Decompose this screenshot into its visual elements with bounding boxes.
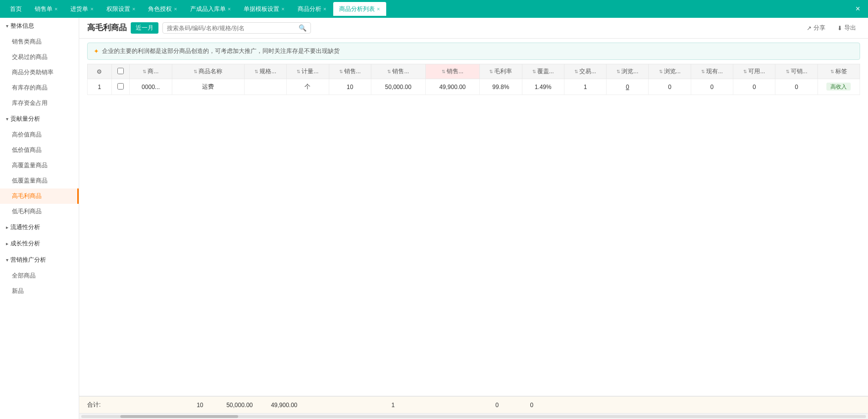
nav-tab-purchase-label: 进货单 <box>70 5 88 13</box>
views1-link[interactable]: 0 <box>626 84 629 91</box>
sidebar-group-overall[interactable]: ▾ 整体信息 <box>0 18 79 34</box>
sidebar-item-high-value[interactable]: 高价值商品 <box>0 127 79 142</box>
row-index: 1 <box>88 79 112 95</box>
sort-icon: ⇅ <box>532 69 536 74</box>
sidebar-item-high-coverage[interactable]: 高覆盖量商品 <box>0 158 79 173</box>
scrollbar-thumb[interactable] <box>120 415 238 418</box>
share-icon: ↗ <box>807 25 812 32</box>
col-gross-rate[interactable]: ⇅毛利率 <box>480 64 522 79</box>
sort-icon: ⇅ <box>297 69 301 74</box>
close-icon[interactable]: × <box>132 6 135 12</box>
close-icon[interactable]: × <box>377 6 380 12</box>
col-unit[interactable]: ⇅计量... <box>287 64 329 79</box>
footer-stock-current: 0 <box>480 402 514 409</box>
col-stock-available[interactable]: ⇅可用... <box>733 64 775 79</box>
scrollbar-track <box>81 415 866 418</box>
sidebar-group-growth[interactable]: ▸ 成长性分析 <box>0 235 79 252</box>
close-icon[interactable]: × <box>54 6 57 12</box>
sidebar-item-high-margin[interactable]: 高毛利商品 <box>0 188 79 204</box>
col-stock-current[interactable]: ⇅现有... <box>691 64 733 79</box>
nav-tab-permissions[interactable]: 权限设置 × <box>101 2 141 16</box>
col-name[interactable]: ⇅商品名称 <box>172 64 244 79</box>
sort-icon: ⇅ <box>830 69 834 74</box>
sidebar-group-liquidity[interactable]: ▸ 流通性分析 <box>0 219 79 235</box>
row-views1[interactable]: 0 <box>607 79 649 95</box>
sidebar-group-overall-label: 整体信息 <box>10 22 34 30</box>
close-icon[interactable]: × <box>228 6 231 12</box>
nav-tab-home-label: 首页 <box>10 5 22 13</box>
search-input[interactable] <box>167 25 297 32</box>
sidebar-collapse-btn[interactable]: « <box>79 209 79 229</box>
chevron-down-icon: ▾ <box>6 116 8 122</box>
row-sales-amount: 50,000.00 <box>371 79 425 95</box>
footer-transactions: 1 <box>376 402 410 409</box>
row-checkbox[interactable] <box>111 79 130 95</box>
sidebar-item-traded-goods[interactable]: 交易过的商品 <box>0 49 79 65</box>
nav-tab-roles-label: 角色授权 <box>148 5 172 13</box>
sidebar-item-low-margin[interactable]: 低毛利商品 <box>0 204 79 219</box>
chevron-down-icon: ▾ <box>6 257 8 263</box>
nav-tab-sales[interactable]: 销售单 × <box>29 2 63 16</box>
col-transactions[interactable]: ⇅交易... <box>564 64 606 79</box>
row-stock-saleable: 0 <box>775 79 817 95</box>
export-button[interactable]: ⬇ 导出 <box>833 22 860 34</box>
window-close-button[interactable]: × <box>852 4 864 13</box>
col-settings[interactable]: ⚙ <box>88 64 112 79</box>
nav-tab-inbound[interactable]: 产成品入库单 × <box>184 2 237 16</box>
col-sales-cost[interactable]: ⇅销售... <box>425 64 480 79</box>
col-stock-saleable[interactable]: ⇅可销... <box>775 64 817 79</box>
col-coverage[interactable]: ⇅覆盖... <box>522 64 564 79</box>
export-label: 导出 <box>844 24 856 32</box>
select-all-checkbox[interactable] <box>117 68 124 74</box>
nav-tab-home[interactable]: 首页 <box>4 2 28 16</box>
sort-icon: ⇅ <box>194 69 198 74</box>
chevron-down-icon: ▾ <box>6 23 8 29</box>
row-coverage: 1.49% <box>522 79 564 95</box>
sort-icon: ⇅ <box>255 69 258 74</box>
footer-sales-cost: 49,900.00 <box>262 402 306 409</box>
sort-icon: ⇅ <box>143 69 147 74</box>
nav-tab-sales-label: 销售单 <box>35 5 52 13</box>
row-select-checkbox[interactable] <box>117 83 124 90</box>
sidebar-group-contribution[interactable]: ▾ 贡献量分析 <box>0 111 79 127</box>
col-code[interactable]: ⇅商... <box>130 64 172 79</box>
horizontal-scrollbar[interactable] <box>79 413 868 419</box>
time-filter-button[interactable]: 近一月 <box>131 22 158 34</box>
chevron-right-icon: ▸ <box>6 225 8 230</box>
table-wrapper[interactable]: ⚙ ⇅商... ⇅商品名称 ⇅规格... ⇅计量... ⇅销售... ⇅销售..… <box>79 64 868 396</box>
sidebar-item-low-coverage[interactable]: 低覆盖量商品 <box>0 173 79 188</box>
sidebar-item-category-rate[interactable]: 商品分类助销率 <box>0 65 79 80</box>
nav-tab-analysis-list[interactable]: 商品分析列表 × <box>333 2 386 16</box>
nav-tab-purchase[interactable]: 进货单 × <box>64 2 99 16</box>
col-checkbox[interactable] <box>111 64 130 79</box>
nav-tab-templates[interactable]: 单据模板设置 × <box>238 2 290 16</box>
sidebar-item-low-value[interactable]: 低价值商品 <box>0 142 79 158</box>
sidebar-item-stocked-goods[interactable]: 有库存的商品 <box>0 80 79 95</box>
share-button[interactable]: ↗ 分享 <box>803 22 829 34</box>
sidebar-group-marketing[interactable]: ▾ 营销推广分析 <box>0 252 79 268</box>
col-views2[interactable]: ⇅浏览... <box>649 64 691 79</box>
sort-icon: ⇅ <box>743 69 747 74</box>
nav-tab-analysis[interactable]: 商品分析 × <box>292 2 332 16</box>
sidebar: « ▾ 整体信息 销售类商品 交易过的商品 商品分类助销率 有库存的商品 库存资… <box>0 18 79 419</box>
sort-icon: ⇅ <box>442 69 446 74</box>
sidebar-item-new-goods[interactable]: 新品 <box>0 283 79 299</box>
col-views1[interactable]: ⇅浏览... <box>607 64 649 79</box>
close-icon[interactable]: × <box>90 6 93 12</box>
col-spec[interactable]: ⇅规格... <box>244 64 286 79</box>
row-tag: 高收入 <box>817 79 860 95</box>
close-icon[interactable]: × <box>323 6 326 12</box>
col-tag[interactable]: ⇅标签 <box>817 64 860 79</box>
row-name: 运费 <box>172 79 244 95</box>
close-icon[interactable]: × <box>281 6 284 12</box>
sidebar-item-stock-capital[interactable]: 库存资金占用 <box>0 95 79 111</box>
search-icon[interactable]: 🔍 <box>299 24 306 32</box>
col-sales-qty[interactable]: ⇅销售... <box>329 64 371 79</box>
nav-tab-roles[interactable]: 角色授权 × <box>142 2 183 16</box>
row-views2: 0 <box>649 79 691 95</box>
col-sales-amount[interactable]: ⇅销售... <box>371 64 425 79</box>
sidebar-group-liquidity-label: 流通性分析 <box>10 223 40 232</box>
sidebar-item-all-goods[interactable]: 全部商品 <box>0 268 79 283</box>
sidebar-item-sales-goods[interactable]: 销售类商品 <box>0 34 79 49</box>
close-icon[interactable]: × <box>174 6 177 12</box>
